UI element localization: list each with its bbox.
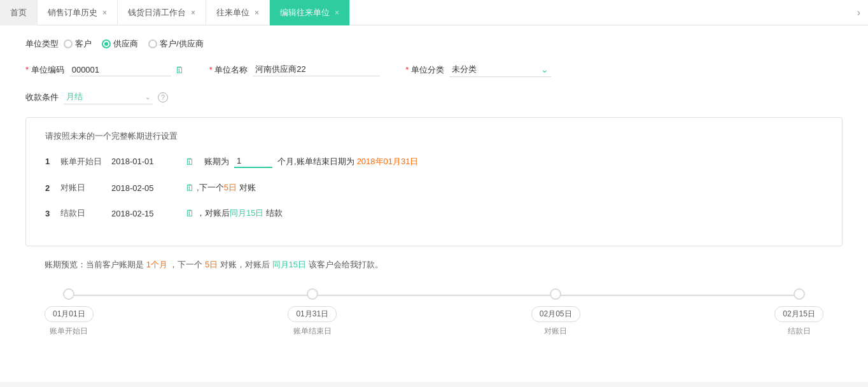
radio-customer[interactable]: 客户 (64, 38, 92, 50)
timeline-item-1: 01月01日 账单开始日 (45, 288, 94, 337)
timeline-item-3: 02月05日 对账日 (531, 288, 580, 337)
timeline-container: 01月01日 账单开始日 01月31日 账单结束日 02月05日 对账日 (25, 288, 843, 362)
period-period-label: 账期为 (204, 156, 229, 167)
tab-bar: 首页 销售订单历史 × 钱货日清工作台 × 往来单位 × 编辑往来单位 × › (0, 0, 868, 25)
unit-type-label: 单位类型 (25, 38, 59, 50)
unit-code-icon[interactable]: 🗓 (175, 65, 184, 75)
payment-arrow-icon: ⌄ (145, 94, 150, 101)
timeline-item-4: 02月15日 结款日 (774, 288, 823, 337)
period-date-1: 2018-01-01 (111, 157, 181, 166)
unit-name-label: 单位名称 (209, 64, 248, 76)
period-row-3: 3 结款日 2018-02-15 🗓 ，对账后 同月15日 结款 (45, 208, 823, 219)
timeline-items: 01月01日 账单开始日 01月31日 账单结束日 02月05日 对账日 (45, 288, 823, 337)
unit-category-value: 未分类 (452, 64, 537, 75)
tab-sales-history[interactable]: 销售订单历史 × (38, 0, 118, 25)
payment-dropdown[interactable]: 月结 ⌄ (64, 90, 153, 104)
radio-group: 客户 供应商 客户/供应商 (64, 38, 204, 50)
unit-category-arrow-icon: ⌄ (541, 64, 549, 74)
timeline-label-2: 账单结束日 (293, 326, 332, 337)
timeline-label-3: 对账日 (544, 326, 567, 337)
period-row-2: 2 对账日 2018-02-05 🗓 ,下一个 5日 对账 (45, 182, 823, 194)
timeline-dot-1 (63, 288, 74, 300)
radio-supplier[interactable]: 供应商 (102, 38, 138, 50)
preview-highlight2: 5日 (205, 260, 218, 269)
unit-category-item: 单位分类 未分类 ⌄ (405, 62, 551, 77)
period-num-1: 1 (45, 157, 60, 166)
tab-partner[interactable]: 往来单位 × (206, 0, 270, 25)
timeline-dot-2 (307, 288, 318, 300)
timeline-label-1: 账单开始日 (50, 326, 88, 337)
payment-help-icon[interactable]: ? (158, 92, 168, 102)
period-label-1: 账单开始日 (60, 156, 111, 167)
period-desc-suffix-2: 对账 (239, 182, 256, 194)
period-num-3: 3 (45, 209, 60, 218)
payment-row: 收款条件 月结 ⌄ ? (25, 90, 843, 104)
timeline-label-4: 结款日 (788, 326, 811, 337)
timeline-badge-1: 01月01日 (45, 306, 94, 322)
period-desc-suffix-3: 结款 (266, 208, 283, 219)
radio-circle-both (148, 39, 157, 48)
period-end-date: 2018年01月31日 (357, 156, 419, 167)
payment-item: 收款条件 月结 ⌄ ? (25, 90, 168, 104)
tab-home[interactable]: 首页 (0, 0, 38, 25)
tab-edit-partner[interactable]: 编辑往来单位 × (270, 0, 350, 25)
unit-type-row: 单位类型 客户 供应商 客户/供应商 (25, 38, 843, 50)
unit-code-label: 单位编码 (25, 64, 64, 76)
period-desc-highlight-2: 5日 (224, 182, 237, 194)
period-row-1: 1 账单开始日 2018-01-01 🗓 账期为 个月,账单结束日期为 2018… (45, 155, 823, 168)
radio-both[interactable]: 客户/供应商 (148, 38, 204, 50)
period-cal-2[interactable]: 🗓 (185, 183, 194, 193)
preview-highlight1: 1个月 (146, 260, 167, 269)
period-hint: 请按照未来的一个完整帐期进行设置 (45, 130, 823, 142)
payment-label: 收款条件 (25, 92, 59, 103)
tab-expand-button[interactable]: › (850, 7, 868, 18)
unit-category-label: 单位分类 (405, 64, 444, 76)
period-box: 请按照未来的一个完整帐期进行设置 1 账单开始日 2018-01-01 🗓 账期… (25, 117, 843, 246)
timeline-dot-3 (550, 288, 561, 300)
period-desc-highlight-3: 同月15日 (230, 208, 263, 219)
period-date-2: 2018-02-05 (111, 183, 181, 193)
unit-category-select[interactable]: 未分类 ⌄ (449, 62, 551, 77)
period-cal-1[interactable]: 🗓 (185, 157, 194, 167)
unit-type-item: 单位类型 客户 供应商 客户/供应商 (25, 38, 204, 50)
period-label-2: 对账日 (60, 182, 111, 194)
unit-info-row: 单位编码 🗓 单位名称 单位分类 未分类 ⌄ (25, 62, 843, 77)
unit-name-item: 单位名称 (209, 64, 381, 76)
period-desc-prefix-3: ，对账后 (197, 208, 230, 219)
period-label-3: 结款日 (60, 208, 111, 219)
unit-code-item: 单位编码 🗓 (25, 64, 184, 76)
close-edit-partner[interactable]: × (335, 8, 339, 17)
close-cash-work[interactable]: × (191, 8, 195, 17)
close-partner[interactable]: × (255, 8, 259, 17)
unit-code-input[interactable] (69, 64, 171, 76)
close-sales-history[interactable]: × (102, 8, 107, 17)
radio-circle-customer (64, 39, 73, 48)
unit-name-input[interactable] (253, 64, 380, 76)
payment-value: 月结 (66, 91, 143, 102)
account-preview: 账期预览：当前客户账期是 1个月 ，下一个 5日 对账，对账后 同月15日 该客… (25, 259, 843, 271)
timeline-badge-3: 02月05日 (531, 306, 580, 322)
period-date-3: 2018-02-15 (111, 209, 181, 218)
preview-suffix: 该客户会给我打款。 (309, 260, 383, 269)
main-content: 单位类型 客户 供应商 客户/供应商 单位编码 🗓 (0, 25, 868, 382)
preview-mid1: ，下一个 (169, 260, 202, 269)
radio-circle-supplier (102, 39, 111, 48)
period-desc-prefix-2: ,下一个 (197, 182, 224, 194)
period-cal-3[interactable]: 🗓 (185, 208, 194, 218)
preview-prefix: 账期预览：当前客户账期是 (45, 260, 144, 269)
timeline-badge-2: 01月31日 (288, 306, 337, 322)
timeline-dot-4 (794, 288, 805, 300)
timeline-item-2: 01月31日 账单结束日 (288, 288, 337, 337)
period-num-2: 2 (45, 183, 60, 193)
period-value-input[interactable] (234, 155, 272, 168)
timeline-badge-4: 02月15日 (774, 306, 823, 322)
preview-mid2: 对账，对账后 (220, 260, 270, 269)
preview-highlight3: 同月15日 (272, 260, 306, 269)
period-suffix: 个月,账单结束日期为 (277, 156, 354, 167)
tab-cash-work[interactable]: 钱货日清工作台 × (118, 0, 206, 25)
